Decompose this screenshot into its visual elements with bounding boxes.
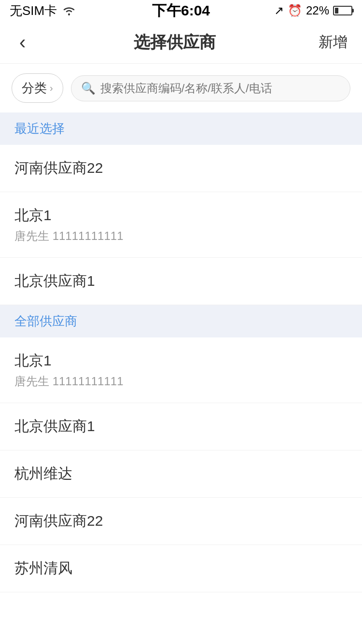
- status-right: ↗ ⏰ 22%: [274, 4, 352, 17]
- item-name: 河南供应商22: [14, 511, 348, 531]
- status-time: 下午6:04: [152, 1, 210, 21]
- all-items-list: 北京1唐先生 11111111111北京供应商1杭州维达河南供应商22苏州清风: [0, 337, 362, 592]
- carrier-text: 无SIM卡: [10, 2, 57, 19]
- item-name: 北京供应商1: [14, 417, 348, 436]
- list-item[interactable]: 苏州清风: [0, 545, 362, 592]
- battery-icon: [333, 6, 352, 15]
- all-section-label: 全部供应商: [14, 314, 77, 328]
- item-name: 北京1: [14, 351, 348, 371]
- all-section-header: 全部供应商: [0, 305, 362, 337]
- page-title: 选择供应商: [134, 31, 216, 54]
- list-item[interactable]: 北京供应商1: [0, 258, 362, 305]
- list-item[interactable]: 北京1唐先生 11111111111: [0, 337, 362, 403]
- item-name: 北京供应商1: [14, 271, 348, 291]
- filter-bar: 分类 › 🔍: [0, 64, 362, 112]
- list-item[interactable]: 北京1唐先生 11111111111: [0, 192, 362, 258]
- search-container: 🔍: [71, 75, 350, 101]
- item-name: 北京1: [14, 206, 348, 225]
- recent-section-header: 最近选择: [0, 112, 362, 145]
- category-label: 分类: [22, 80, 47, 97]
- nav-bar: ‹ 选择供应商 新增: [0, 21, 362, 64]
- chevron-right-icon: ›: [50, 83, 53, 94]
- wifi-icon: [62, 5, 76, 16]
- item-name: 苏州清风: [14, 559, 348, 578]
- add-button[interactable]: 新增: [319, 32, 348, 52]
- battery-pct: 22%: [306, 4, 329, 17]
- item-sub: 唐先生 11111111111: [14, 374, 348, 389]
- item-name: 河南供应商22: [14, 158, 348, 178]
- list-item[interactable]: 河南供应商22: [0, 498, 362, 545]
- search-icon: 🔍: [81, 82, 96, 95]
- recent-items-list: 河南供应商22北京1唐先生 11111111111北京供应商1: [0, 145, 362, 305]
- status-bar: 无SIM卡 下午6:04 ↗ ⏰ 22%: [0, 0, 362, 21]
- back-button[interactable]: ‹: [14, 27, 30, 58]
- status-left: 无SIM卡: [10, 2, 76, 19]
- item-sub: 唐先生 11111111111: [14, 228, 348, 244]
- alarm-icon: ⏰: [288, 4, 302, 17]
- list-item[interactable]: 杭州维达: [0, 450, 362, 498]
- list-item[interactable]: 北京供应商1: [0, 403, 362, 450]
- battery-fill: [335, 8, 338, 14]
- svg-point-0: [68, 14, 70, 15]
- search-input[interactable]: [100, 82, 340, 95]
- list-item[interactable]: 河南供应商22: [0, 145, 362, 192]
- location-icon: ↗: [274, 4, 284, 17]
- recent-section-label: 最近选择: [14, 121, 65, 136]
- item-name: 杭州维达: [14, 464, 348, 484]
- category-filter-button[interactable]: 分类 ›: [12, 73, 63, 103]
